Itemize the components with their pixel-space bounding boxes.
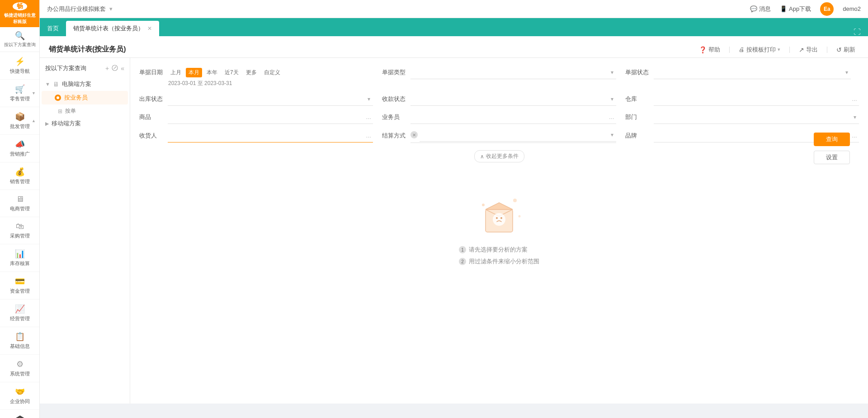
tab-close-icon[interactable]: ✕ <box>147 25 152 32</box>
message-label: 消息 <box>759 5 771 13</box>
left-panel-header: 按以下方案查询 + « <box>40 62 130 76</box>
consignee-input[interactable] <box>168 129 373 142</box>
system-icon: ⚙ <box>16 359 24 369</box>
sidebar-item-basic[interactable]: 📋 基础信息 <box>0 327 39 355</box>
date-tab-this-month[interactable]: 本月 <box>186 68 202 77</box>
order-type-label: 单据类型 <box>382 68 407 76</box>
tab-expand-icon[interactable]: ⛶ <box>850 28 864 36</box>
product-label: 商品 <box>139 113 164 121</box>
settlement-select[interactable] <box>420 128 616 142</box>
sidebar-search[interactable]: 🔍 按以下方案查询 <box>0 27 39 52</box>
warehouse-input[interactable] <box>654 92 859 106</box>
date-tab-more[interactable]: 更多 <box>243 68 259 77</box>
scheme-item-by-order[interactable]: ⊞ 按单 <box>40 105 130 117</box>
wholesale-arrow: ▲ <box>32 119 36 123</box>
query-button[interactable]: 查询 <box>814 133 850 146</box>
marketing-icon: 📣 <box>15 139 25 149</box>
product-input[interactable] <box>168 110 373 124</box>
mobile-scheme-label: 移动端方案 <box>52 119 81 128</box>
sidebar-item-system[interactable]: ⚙ 系统管理 <box>0 355 39 382</box>
newbie-icon: 🎓 <box>15 414 25 418</box>
breadcrumb-arrow: ▾ <box>109 5 113 12</box>
filter-row-date: 单据日期 上月 本月 本年 近7天 更多 自定义 <box>139 65 373 80</box>
date-tab-7days[interactable]: 近7天 <box>222 68 241 77</box>
download-icon: 📱 <box>780 5 787 12</box>
right-panel: 单据日期 上月 本月 本年 近7天 更多 自定义 <box>130 58 868 404</box>
staff-input[interactable] <box>410 110 616 124</box>
svg-marker-4 <box>486 203 513 209</box>
topbar-right: 💬 消息 📱 App下载 Ea demo2 <box>750 2 861 16</box>
svg-point-8 <box>496 217 498 219</box>
warehouse-label: 仓库 <box>625 95 650 103</box>
order-type-select[interactable] <box>410 66 616 79</box>
action-buttons: 查询 设置 <box>814 133 850 164</box>
date-tab-last-month[interactable]: 上月 <box>168 68 184 77</box>
sidebar-item-sales[interactable]: 💰 销售管理 <box>0 162 39 190</box>
settings-button[interactable]: 设置 <box>814 151 850 164</box>
desktop-arrow: ▼ <box>45 81 50 87</box>
sidebar-item-purchase[interactable]: 🛍 采购管理 <box>0 217 39 244</box>
svg-point-2 <box>57 96 59 99</box>
hint-1-num: 1 <box>459 246 466 253</box>
date-tab-custom[interactable]: 自定义 <box>261 68 283 77</box>
date-tab-this-year[interactable]: 本年 <box>204 68 220 77</box>
edit-scheme-icon[interactable] <box>112 65 118 72</box>
quicknav-icon: ⚡ <box>15 57 25 66</box>
tab-home[interactable]: 首页 <box>40 21 66 36</box>
divider1 <box>729 47 730 53</box>
collapse-btn[interactable]: ∧ 收起更多条件 <box>474 150 524 162</box>
filter-row-order-type: 单据类型 <box>382 65 616 80</box>
hint-2-num: 2 <box>459 258 466 265</box>
user-avatar[interactable]: Ea <box>820 2 834 16</box>
basic-icon: 📋 <box>15 332 25 342</box>
sidebar-item-retail[interactable]: 🛒 零售管理 ▼ <box>0 80 39 107</box>
left-panel-actions: + « <box>105 65 124 72</box>
empty-hints: 1 请先选择要分析的方案 2 用过滤条件来缩小分析范围 <box>459 246 539 266</box>
scheme-item-by-staff[interactable]: 按业务员 <box>42 91 128 104</box>
brand-more-icon: … <box>852 133 857 139</box>
refresh-icon: ↺ <box>836 46 842 53</box>
finance-icon: 💳 <box>15 276 25 286</box>
sidebar-item-ecommerce[interactable]: 🖥 电商管理 <box>0 190 39 217</box>
sidebar-item-newbie[interactable]: 🎓 新手引导 <box>0 410 39 418</box>
scheme-section-desktop: ▼ 🖥 电脑端方案 按业务员 ⊞ 按单 <box>40 76 130 132</box>
search-label: 按以下方案查询 <box>4 42 36 48</box>
tab-sales-stat[interactable]: 销货单统计表（按业务员） ✕ <box>66 21 159 36</box>
scheme-group-desktop[interactable]: ▼ 🖥 电脑端方案 <box>40 78 130 90</box>
scheme-group-mobile[interactable]: ▶ 移动端方案 <box>40 117 130 130</box>
filter-row-consignee: 收货人 … <box>139 128 373 143</box>
sidebar-item-inventory[interactable]: 📊 库存核算 <box>0 244 39 272</box>
add-scheme-icon[interactable]: + <box>105 65 109 72</box>
refresh-btn[interactable]: ↺ 刷新 <box>833 44 859 56</box>
message-btn[interactable]: 💬 消息 <box>750 5 771 13</box>
sidebar-item-ops[interactable]: 📈 经营管理 <box>0 299 39 327</box>
settlement-control: ✕ <box>410 128 616 143</box>
filter-row-order-status: 单据状态 <box>625 65 859 80</box>
print-btn[interactable]: 🖨 按模板打印 ▾ <box>735 44 784 56</box>
export-btn[interactable]: ↗ 导出 <box>795 44 821 56</box>
empty-illustration <box>472 191 526 237</box>
consignee-label: 收货人 <box>139 132 164 140</box>
sidebar-item-enterprise[interactable]: 🤝 企业协同 <box>0 382 39 410</box>
dept-control <box>654 110 859 124</box>
collection-control <box>410 92 616 106</box>
purchase-icon: 🛍 <box>16 222 24 231</box>
topbar: 办公用品行业模拟账套 ▾ 💬 消息 📱 App下载 Ea demo2 <box>40 0 868 18</box>
filter-grid-4: 收货人 … 结算方式 ✕ <box>139 128 859 143</box>
print-label: 按模板打印 <box>746 46 776 54</box>
order-status-select[interactable] <box>654 66 851 79</box>
out-status-label: 出库状态 <box>139 95 164 103</box>
sidebar-item-finance[interactable]: 💳 资金管理 <box>0 272 39 299</box>
out-status-select[interactable] <box>168 92 373 106</box>
sidebar-item-quicknav[interactable]: ⚡ 快捷导航 <box>0 52 39 80</box>
settlement-clear-btn[interactable]: ✕ <box>410 131 418 138</box>
help-btn[interactable]: ❓ 帮助 <box>695 44 724 56</box>
sidebar-item-marketing[interactable]: 📣 营销推广 <box>0 135 39 162</box>
dept-select[interactable] <box>654 110 859 124</box>
app-download-btn[interactable]: 📱 App下载 <box>780 5 811 13</box>
print-arrow: ▾ <box>778 47 780 52</box>
collapse-panel-icon[interactable]: « <box>121 65 124 72</box>
help-icon: ❓ <box>699 46 707 53</box>
sidebar-item-wholesale[interactable]: 📦 批发管理 ▲ <box>0 107 39 135</box>
collection-select[interactable] <box>410 92 616 106</box>
